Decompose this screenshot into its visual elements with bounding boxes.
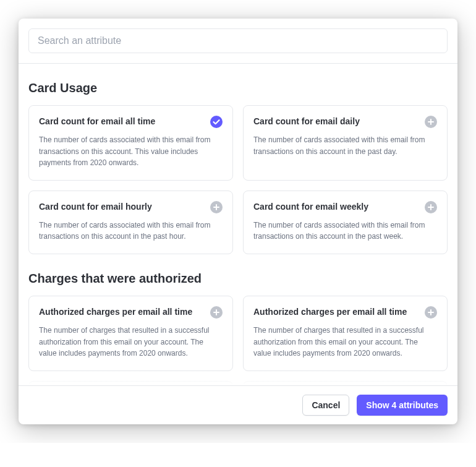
attribute-card[interactable]: Card count for email hourly The number o…: [28, 191, 233, 254]
section-title-card-usage: Card Usage: [28, 81, 448, 95]
attribute-title: Authorized charges per email all time: [39, 306, 192, 317]
card-usage-grid: Card count for email all time The number…: [28, 105, 448, 254]
plus-circle-icon[interactable]: [425, 116, 437, 128]
check-circle-icon[interactable]: [210, 116, 223, 128]
attribute-desc: The number of charges that resulted in a…: [253, 325, 437, 359]
attribute-card[interactable]: Card count for email daily The number of…: [243, 105, 448, 181]
plus-circle-icon[interactable]: [210, 306, 223, 319]
svg-rect-9: [428, 207, 434, 208]
cancel-button[interactable]: Cancel: [302, 395, 349, 416]
plus-circle-icon[interactable]: [425, 306, 437, 319]
section-title-charges-authorized: Charges that were authorized: [28, 272, 448, 286]
svg-rect-6: [213, 207, 219, 208]
attribute-title: Authorized charges per email all time: [253, 306, 407, 317]
attribute-card[interactable]: Authorized charges per email all time Th…: [243, 296, 448, 371]
attribute-picker-modal: Card Usage Card count for email all time…: [19, 19, 457, 424]
attribute-card[interactable]: Card count for email all time The number…: [28, 105, 233, 181]
plus-circle-icon[interactable]: [210, 201, 223, 213]
attribute-desc: The number of charges that resulted in a…: [39, 325, 223, 359]
plus-circle-icon[interactable]: [425, 201, 437, 213]
attribute-desc: The number of cards associated with this…: [39, 220, 223, 242]
attribute-desc: The number of cards associated with this…: [39, 134, 223, 169]
attribute-title: Card count for email all time: [39, 116, 155, 127]
show-attributes-button[interactable]: Show 4 attributes: [357, 395, 448, 416]
attribute-card[interactable]: Card count for email weekly The number o…: [243, 191, 448, 254]
svg-rect-15: [428, 312, 434, 313]
attribute-title: Card count for email hourly: [39, 201, 152, 212]
charges-authorized-grid: Authorized charges per email all time Th…: [28, 296, 448, 385]
attribute-title: Card count for email weekly: [253, 201, 368, 212]
svg-rect-3: [428, 121, 434, 122]
attribute-card[interactable]: Authorized charges per email weekly: [28, 381, 233, 385]
attribute-card[interactable]: Authorized charges per email all time Th…: [28, 296, 233, 371]
attribute-list: Card Usage Card count for email all time…: [19, 64, 457, 385]
svg-rect-12: [213, 312, 219, 313]
attribute-desc: The number of cards associated with this…: [253, 220, 437, 242]
search-input[interactable]: [28, 28, 448, 53]
attribute-card[interactable]: Authorized charges per email daily: [243, 381, 448, 385]
search-bar: [19, 19, 457, 64]
attribute-title: Card count for email daily: [253, 116, 360, 127]
modal-footer: Cancel Show 4 attributes: [19, 385, 457, 424]
attribute-desc: The number of cards associated with this…: [253, 134, 437, 157]
svg-point-0: [210, 116, 223, 128]
